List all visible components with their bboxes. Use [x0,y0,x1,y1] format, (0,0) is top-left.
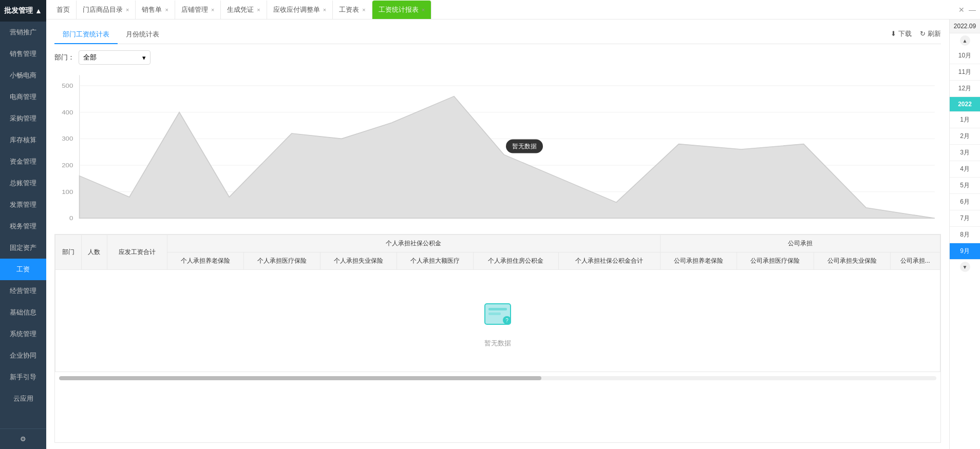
dept-label: 部门： [54,53,74,62]
date-panel-header: 2022.09 [950,19,980,33]
sidebar-item-工资[interactable]: 工资 [0,259,46,280]
sidebar-item-企业协同[interactable]: 企业协同 [0,345,46,366]
col-total-salary: 应发工资合计 [107,235,167,270]
tab-label: 应收应付调整单 [273,5,320,14]
col-dept: 部门 [55,235,82,270]
date-item-4月[interactable]: 4月 [950,161,980,178]
svg-rect-16 [488,313,501,315]
refresh-icon: ↻ [920,30,926,37]
col-company-insurance-group: 公司承担 [661,235,940,252]
tab-首页[interactable]: 首页 [50,1,77,19]
sidebar-item-小畅电商[interactable]: 小畅电商 [0,65,46,86]
date-item-6月[interactable]: 6月 [950,194,980,210]
sidebar-item-营销推广[interactable]: 营销推广 [0,22,46,43]
col-headcount: 人数 [81,235,107,270]
tab-close-icon[interactable]: × [165,7,168,13]
col-个人承担失业保险: 个人承担失业保险 [320,252,397,270]
date-item-11月[interactable]: 11月 [950,64,980,81]
sidebar-item-发票管理[interactable]: 发票管理 [0,194,46,216]
col-公司承担...: 公司承担... [890,252,940,270]
date-item-2月[interactable]: 2月 [950,128,980,145]
col-personal-insurance-group: 个人承担社保公积金 [167,235,661,252]
svg-marker-13 [80,96,935,219]
tab-label: 门店商品目录 [83,5,123,14]
tab-close-icon[interactable]: × [257,7,260,13]
window-close-btn[interactable]: ✕ [958,6,965,14]
col-个人承担住房公积金: 个人承担住房公积金 [474,252,559,270]
date-item-2022[interactable]: 2022 [950,97,980,112]
tab-bar: 首页门店商品目录×销售单×店铺管理×生成凭证×应收应付调整单×工资表×工资统计报… [46,0,980,19]
col-公司承担医疗保险: 公司承担医疗保险 [737,252,814,270]
sidebar-item-经营管理[interactable]: 经营管理 [0,280,46,302]
date-nav-down-btn[interactable]: ▼ [960,262,970,272]
tab-label: 生成凭证 [227,5,254,14]
sidebar-item-库存核算[interactable]: 库存核算 [0,129,46,151]
download-button[interactable]: ⬇ 下载 [891,29,912,38]
tab-close-icon[interactable]: × [211,7,214,13]
date-item-1月[interactable]: 1月 [950,112,980,128]
col-公司承担养老保险: 公司承担养老保险 [661,252,737,270]
col-个人承担养老保险: 个人承担养老保险 [167,252,243,270]
col-个人承担社保公积金合计: 个人承担社保公积金合计 [558,252,660,270]
download-label: 下载 [898,29,912,38]
date-nav-up-btn[interactable]: ▲ [960,35,970,46]
sidebar-item-基础信息[interactable]: 基础信息 [0,302,46,323]
table-container[interactable]: 部门 人数 应发工资合计 个人承担社保公积金 公司承担 个人承担养老保险个人承担… [54,234,941,443]
date-item-5月[interactable]: 5月 [950,178,980,194]
refresh-label: 刷新 [928,29,941,38]
refresh-button[interactable]: ↻ 刷新 [920,29,941,38]
date-item-8月[interactable]: 8月 [950,227,980,243]
tab-销售单[interactable]: 销售单× [136,1,175,19]
tab-生成凭证[interactable]: 生成凭证× [221,1,267,19]
center-panel: 部门工资统计表月份统计表 ⬇ 下载 ↻ 刷新 部门： [46,19,949,449]
sidebar-item-采购管理[interactable]: 采购管理 [0,108,46,129]
col-个人承担医疗保险: 个人承担医疗保险 [243,252,320,270]
sub-tab-月份统计表[interactable]: 月份统计表 [118,26,167,44]
sidebar-item-新手引导[interactable]: 新手引导 [0,366,46,388]
tab-close-icon[interactable]: × [362,7,365,13]
date-nav-up: ▲ [950,33,980,48]
tab-label: 工资统计报表 [379,5,419,14]
tab-工资表[interactable]: 工资表× [333,1,372,19]
sidebar-item-固定资产[interactable]: 固定资产 [0,237,46,259]
svg-text:500: 500 [62,83,73,89]
svg-text:200: 200 [62,162,73,169]
sidebar-item-销售管理[interactable]: 销售管理 [0,43,46,65]
sidebar-item-系统管理[interactable]: 系统管理 [0,323,46,345]
tab-close-icon[interactable]: × [323,7,326,13]
sidebar-item-税务管理[interactable]: 税务管理 [0,216,46,237]
sidebar-item-资金管理[interactable]: 资金管理 [0,151,46,172]
sidebar-item-总账管理[interactable]: 总账管理 [0,172,46,194]
chevron-down-icon: ▾ [142,54,146,62]
date-panel-title: 2022.09 [954,23,976,30]
sidebar-item-云应用[interactable]: 云应用 [0,388,46,409]
sidebar-item-电商管理[interactable]: 电商管理 [0,86,46,108]
date-nav-down: ▼ [950,260,980,274]
date-item-3月[interactable]: 3月 [950,145,980,161]
no-data-label: 暂无数据 [512,142,537,149]
chart-no-data-tooltip: 暂无数据 [506,139,543,153]
svg-text:100: 100 [62,189,73,196]
tab-工资统计报表[interactable]: 工资统计报表× [372,1,431,19]
toolbar: 部门： 全部 ▾ [54,50,941,65]
sidebar-header[interactable]: 批发管理 ▲ [0,0,46,22]
sidebar-settings[interactable]: ⚙ [0,428,46,449]
date-panel: 2022.09 ▲ 10月11月12月20221月2月3月4月5月6月7月8月9… [949,19,980,449]
date-item-9月[interactable]: 9月 [950,243,980,260]
sub-tab-部门工资统计表[interactable]: 部门工资统计表 [54,26,118,44]
tab-应收应付调整单[interactable]: 应收应付调整单× [267,1,333,19]
tab-店铺管理[interactable]: 店铺管理× [175,1,221,19]
date-item-7月[interactable]: 7月 [950,210,980,227]
tab-门店商品目录[interactable]: 门店商品目录× [77,1,136,19]
dept-select[interactable]: 全部 ▾ [79,50,150,65]
date-item-12月[interactable]: 12月 [950,81,980,97]
col-公司承担失业保险: 公司承担失业保险 [814,252,890,270]
date-item-10月[interactable]: 10月 [950,48,980,64]
window-minimize-btn[interactable]: — [969,6,976,14]
tab-label: 工资表 [339,5,359,14]
empty-icon: ? [477,294,518,335]
col-个人承担大额医疗: 个人承担大额医疗 [397,252,474,270]
dept-value: 全部 [83,53,97,62]
tab-close-icon[interactable]: × [126,7,129,13]
tab-close-icon[interactable]: × [422,7,425,13]
